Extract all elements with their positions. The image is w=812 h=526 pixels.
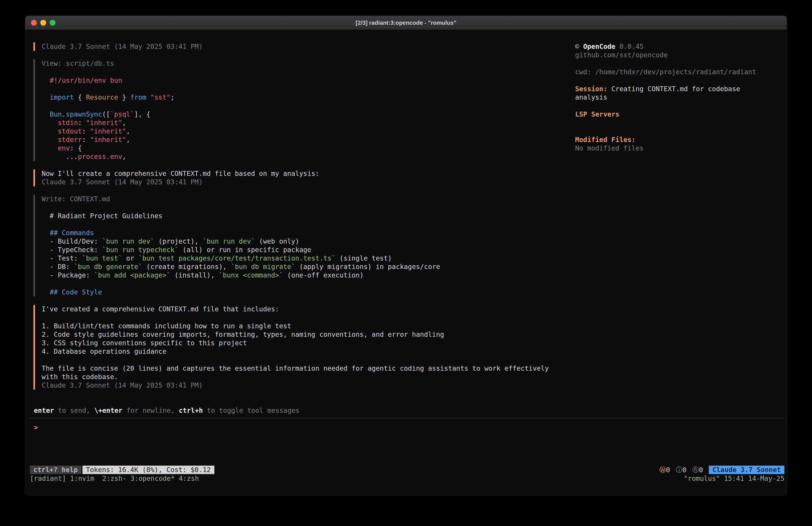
- text-span: `bunx <command>`: [219, 271, 283, 279]
- text-span: stderr: [58, 136, 82, 144]
- text-span: {: [74, 94, 86, 101]
- text-span: No modified files: [575, 144, 643, 152]
- text-line: Claude 3.7 Sonnet (14 May 2025 03:41 PM): [42, 178, 549, 186]
- text-span: ctrl+h: [179, 407, 203, 414]
- text-line: ## Code Style: [42, 288, 549, 296]
- text-line: [42, 203, 549, 212]
- text-line: Claude 3.7 Sonnet (14 May 2025 03:41 PM): [42, 42, 549, 51]
- text-span: :: [82, 136, 90, 144]
- text-span: [42, 136, 58, 144]
- text-line: 4. Database operations guidance: [42, 347, 549, 356]
- text-span: [146, 94, 150, 101]
- diagnostic-warning: Ⓦ 0: [659, 465, 670, 474]
- text-span: Session:: [575, 85, 607, 93]
- terminal-window: [2/3] radiant:3:opencode - "romulus" Cla…: [25, 16, 787, 495]
- text-span: `bun db generate`: [74, 263, 142, 271]
- text-span: Claude 3.7 Sonnet (14 May 2025 03:41 PM): [42, 178, 203, 186]
- text-span: ,: [122, 153, 126, 160]
- text-line: - Test: `bun test` or `bun test packages…: [42, 254, 549, 262]
- text-line: LSP Servers: [575, 110, 787, 118]
- text-span: or: [122, 254, 138, 262]
- text-line: [575, 59, 787, 68]
- text-line: [42, 356, 549, 364]
- text-span: [42, 110, 50, 118]
- text-span: Now I'll create a comprehensive CONTEXT.…: [42, 170, 319, 177]
- text-span: Bun: [50, 110, 62, 118]
- help-badge[interactable]: ctrl+? help: [30, 466, 81, 474]
- terminal-screen[interactable]: Claude 3.7 Sonnet (14 May 2025 03:41 PM)…: [25, 30, 787, 495]
- diagnostic-info: ⓘ 0: [676, 465, 686, 474]
- text-span: [42, 119, 58, 127]
- assistant-message: Now I'll create a comprehensive CONTEXT.…: [33, 169, 549, 186]
- text-span: "inherit": [90, 127, 126, 135]
- input-separator: [30, 418, 784, 418]
- text-span: env: [58, 144, 70, 152]
- text-line: stdin: "inherit",: [42, 118, 549, 127]
- prompt-input[interactable]: >: [34, 423, 38, 432]
- text-line: - Build/Dev: `bun run dev` (project), `b…: [42, 237, 549, 246]
- status-right-group: Ⓦ 0ⓘ 0ⓗ 0 Claude 3.7 Sonnet: [659, 465, 784, 474]
- message-meta: Claude 3.7 Sonnet (14 May 2025 03:41 PM): [33, 42, 549, 51]
- text-line: [575, 118, 787, 127]
- text-line: #!/usr/bin/env bun: [42, 76, 549, 85]
- text-span: I've created a comprehensive CONTEXT.md …: [42, 305, 279, 313]
- text-span: for newline,: [122, 407, 179, 414]
- text-span: Write: CONTEXT.md: [42, 195, 110, 203]
- text-span: Modified Files:: [575, 136, 636, 144]
- text-span: [42, 288, 50, 296]
- diagnostic-count: 0: [666, 466, 670, 474]
- keybind-help: enter to send, \+enter for newline, ctrl…: [34, 406, 300, 415]
- warning-icon: Ⓦ: [659, 465, 666, 474]
- text-span: [42, 229, 50, 237]
- text-line: I've created a comprehensive CONTEXT.md …: [42, 305, 549, 313]
- text-span: import: [50, 94, 74, 101]
- window-title: [2/3] radiant:3:opencode - "romulus": [25, 16, 787, 30]
- text-span: ©: [575, 43, 583, 51]
- text-line: Session: Creating CONTEXT.md for codebas…: [575, 85, 787, 93]
- tmux-session-info: "romulus" 15:41 14-May-25: [684, 474, 784, 483]
- diagnostics: Ⓦ 0ⓘ 0ⓗ 0: [659, 465, 703, 474]
- text-span: (web only): [255, 237, 299, 245]
- text-span: ,: [126, 127, 130, 135]
- text-span: github.com/sst/opencode: [575, 51, 668, 59]
- text-line: View: script/db.ts: [42, 59, 549, 68]
- text-span: ], {: [134, 110, 150, 118]
- text-span: from: [130, 94, 146, 101]
- status-bar: ctrl+? help Tokens: 16.4K (8%), Cost: $0…: [30, 466, 784, 474]
- text-span: #!/usr/bin/env bun: [50, 76, 122, 84]
- text-span: OpenCode: [583, 43, 615, 51]
- text-line: import { Resource } from "sst";: [42, 93, 549, 102]
- text-line: Modified Files:: [575, 136, 787, 144]
- text-span: "inherit": [86, 119, 122, 127]
- text-span: spawnSync: [66, 110, 102, 118]
- text-span: # Radiant Project Guidelines: [42, 212, 162, 220]
- text-line: Write: CONTEXT.md: [42, 195, 549, 203]
- text-span: [42, 94, 50, 101]
- text-line: [42, 68, 549, 76]
- hint-icon: ⓗ: [692, 465, 699, 474]
- tmux-window-list[interactable]: [radiant] 1:nvim 2:zsh- 3:opencode* 4:zs…: [30, 474, 199, 483]
- text-line: cwd: /home/thdxr/dev/projects/radiant/ra…: [575, 68, 787, 76]
- text-line: Claude 3.7 Sonnet (14 May 2025 03:41 PM): [42, 381, 549, 389]
- diagnostic-count: 0: [683, 466, 686, 474]
- text-line: © OpenCode 0.0.45: [575, 42, 787, 51]
- text-span: `bun add <package>`: [94, 271, 171, 279]
- text-span: to toggle tool messages: [203, 407, 300, 414]
- text-span: Creating CONTEXT.md for codebase: [607, 85, 740, 93]
- text-line: ...process.env,: [42, 153, 549, 161]
- text-line: [575, 127, 787, 136]
- text-line: 1. Build/lint/test commands including ho…: [42, 322, 549, 330]
- text-line: Bun.spawnSync([`psql`], {: [42, 110, 549, 118]
- text-span: "sst": [150, 94, 171, 101]
- diagnostic-count: 0: [699, 466, 703, 474]
- chat-stream[interactable]: Claude 3.7 Sonnet (14 May 2025 03:41 PM)…: [33, 42, 549, 398]
- text-span: - Package:: [42, 271, 94, 279]
- text-line: [42, 220, 549, 229]
- text-span: ## Code Style: [50, 288, 102, 296]
- text-span: [42, 127, 58, 135]
- window-titlebar[interactable]: [2/3] radiant:3:opencode - "romulus": [25, 16, 787, 30]
- text-span: stdout: [58, 127, 82, 135]
- text-span: with this codebase.: [42, 373, 118, 381]
- text-span: ;: [171, 94, 174, 101]
- text-line: ## Commands: [42, 229, 549, 237]
